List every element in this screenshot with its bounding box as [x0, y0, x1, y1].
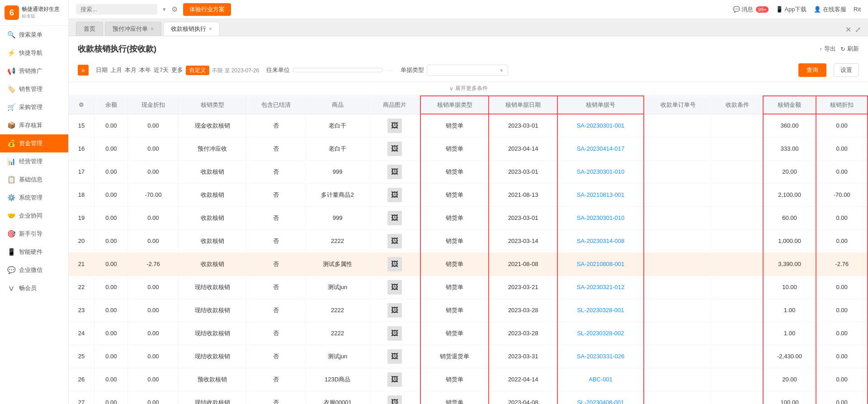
sidebar-item-sys-mgmt[interactable]: ⚙️系统管理	[0, 189, 68, 207]
verify-bill-no-link[interactable]: SA-20230301-001	[577, 122, 625, 129]
tab-receipt-close[interactable]: ×	[209, 26, 212, 32]
cell-verify-discount: 0.00	[816, 160, 868, 183]
app-download-link[interactable]: 📱 App下载	[776, 5, 807, 14]
sidebar-item-sales-mgmt[interactable]: 🏷️销售管理	[0, 80, 68, 98]
message-link[interactable]: 💬 消息 99+	[733, 5, 769, 14]
cell-verify-bill-type: 销货单	[420, 322, 489, 345]
cell-verify-bill-type: 销货单	[420, 137, 489, 160]
sidebar-item-search-menu[interactable]: 🔍搜索菜单	[0, 26, 68, 44]
cell-verify-amount: 60.00	[763, 206, 816, 229]
filter-dots: ···	[386, 67, 393, 74]
cell-balance: 0.00	[94, 345, 128, 368]
verify-bill-no-link[interactable]: SA-20210808-001	[577, 261, 625, 267]
settings-icon[interactable]: ⚙	[79, 101, 84, 108]
cell-verify-bill-no[interactable]: ABC-001	[557, 368, 644, 391]
expand-more-bar[interactable]: ∨ 展开更多条件	[69, 82, 868, 95]
tab-prepay-close[interactable]: ×	[151, 26, 154, 32]
tab-prepay[interactable]: 预付冲应付单 ×	[105, 22, 161, 36]
cell-verify-bill-no[interactable]: SA-20230301-010	[557, 206, 644, 229]
tab-receipt[interactable]: 收款核销执行 ×	[163, 22, 220, 36]
cell-verify-bill-no[interactable]: SA-20230414-017	[557, 137, 644, 160]
cell-verify-bill-no[interactable]: SA-20210808-001	[557, 252, 644, 276]
topbar-search-input[interactable]	[76, 4, 157, 14]
cell-verify-bill-no[interactable]: SA-20230301-010	[557, 160, 644, 183]
cell-balance: 0.00	[94, 391, 128, 404]
page-header: 收款核销执行(按收款) ↑ 导出 ↻ 刷新	[69, 36, 868, 59]
cell-verify-discount: 0.00	[816, 276, 868, 299]
sidebar-item-purchase-mgmt[interactable]: 🛒采购管理	[0, 98, 68, 116]
sidebar-item-quick-nav[interactable]: ⚡快捷导航	[0, 44, 68, 62]
cell-verify-bill-no[interactable]: SA-20210813-001	[557, 183, 644, 206]
verify-bill-no-link[interactable]: ABC-001	[589, 376, 613, 383]
cell-receipt-condition	[712, 137, 763, 160]
filter-counterpart-input[interactable]	[292, 68, 383, 72]
col-header-product-image: 商品图片	[369, 96, 420, 114]
verify-bill-no-link[interactable]: SA-20230301-010	[577, 214, 625, 221]
filter-date-this-month[interactable]: 本月	[125, 66, 137, 74]
verify-bill-no-link[interactable]: SL-20230408-001	[577, 399, 624, 404]
verify-bill-no-link[interactable]: SA-20210813-001	[577, 191, 625, 198]
cell-product-image: 🖼	[369, 114, 420, 137]
cell-verify-bill-date: 2021-08-08	[489, 252, 557, 276]
verify-bill-no-link[interactable]: SL-20230328-002	[577, 330, 624, 337]
sidebar-item-basic-info[interactable]: 📋基础信息	[0, 171, 68, 189]
cell-verify-bill-no[interactable]: SL-20230328-002	[557, 322, 644, 345]
cell-verify-bill-no[interactable]: SA-20230331-026	[557, 345, 644, 368]
cell-product: 测试jun	[306, 345, 370, 368]
cell-verify-bill-date: 2023-03-28	[489, 299, 557, 322]
tab-close-btn[interactable]: ✕	[845, 25, 851, 34]
sidebar-item-newbie[interactable]: 🎯新手引导	[0, 225, 68, 243]
filter-date-more[interactable]: 更多	[171, 66, 183, 74]
cell-verify-discount: 0.00	[816, 322, 868, 345]
cell-verify-bill-no[interactable]: SA-20230321-012	[557, 276, 644, 299]
filter-expand-button[interactable]: »	[78, 65, 89, 76]
verify-bill-no-link[interactable]: SA-20230314-008	[577, 238, 625, 244]
cell-verify-bill-no[interactable]: SA-20230301-001	[557, 114, 644, 137]
cell-verify-type: 收款核销	[179, 206, 246, 229]
cell-id: 15	[69, 114, 94, 137]
filter-date-7days[interactable]: 近7天	[154, 66, 169, 74]
setting-button[interactable]: 设置	[834, 63, 859, 77]
cell-receipt-condition	[712, 114, 763, 137]
sidebar-item-marketing[interactable]: 📢营销推广	[0, 62, 68, 80]
filter-bill-type-select[interactable]: ▾	[427, 65, 508, 76]
cell-product-image: 🖼	[369, 252, 420, 276]
cell-id: 26	[69, 368, 94, 391]
filter-date-last-month[interactable]: 上月	[110, 66, 122, 74]
filter-date-this-year[interactable]: 本年	[139, 66, 151, 74]
sidebar-item-ops-mgmt[interactable]: 📊经营管理	[0, 152, 68, 171]
topbar: ▾ ⚙ 体验行业方案 💬 消息 99+ 📱 App下载 👤 在线客服 Rit	[69, 0, 868, 19]
cell-verify-bill-no[interactable]: SA-20230314-008	[557, 229, 644, 252]
gear-icon[interactable]: ⚙	[171, 5, 178, 14]
sidebar-item-smart-hw[interactable]: 📱智能硬件	[0, 243, 68, 261]
cell-included-settled: 否	[246, 183, 306, 206]
refresh-button[interactable]: ↻ 刷新	[840, 45, 859, 53]
table-container[interactable]: ⚙ 余额 现金折扣 核销类型 包含已结清 商品 商品图片 核销单据类型 核销单据…	[69, 95, 868, 404]
online-service-link[interactable]: 👤 在线客服	[814, 5, 846, 14]
verify-bill-no-link[interactable]: SL-20230328-001	[577, 307, 624, 314]
cell-verify-bill-no[interactable]: SL-20230408-001	[557, 391, 644, 404]
sidebar-item-corp-wechat[interactable]: 💬企业微信	[0, 261, 68, 279]
cell-included-settled: 否	[246, 345, 306, 368]
verify-bill-no-link[interactable]: SA-20230414-017	[577, 145, 625, 152]
filter-custom-button[interactable]: 自定义	[186, 66, 209, 75]
cell-verify-type: 预收款核销	[179, 368, 246, 391]
solution-button[interactable]: 体验行业方案	[183, 3, 231, 16]
tab-expand-btn[interactable]: ⤢	[855, 25, 861, 34]
export-button[interactable]: ↑ 导出	[820, 45, 836, 53]
col-header-settings[interactable]: ⚙	[69, 96, 94, 114]
user-name[interactable]: Rit	[854, 6, 861, 13]
verify-bill-no-link[interactable]: SA-20230321-012	[577, 284, 625, 290]
cell-verify-bill-no[interactable]: SL-20230328-001	[557, 299, 644, 322]
sidebar-item-inventory[interactable]: 📦库存核算	[0, 116, 68, 134]
topbar-dropdown[interactable]: ▾	[163, 6, 166, 13]
sidebar-item-fund-mgmt[interactable]: 💰资金管理	[0, 134, 68, 152]
cell-receipt-condition	[712, 252, 763, 276]
verify-bill-no-link[interactable]: SA-20230301-010	[577, 168, 625, 175]
verify-bill-no-link[interactable]: SA-20230331-026	[577, 353, 625, 360]
sidebar-item-vip[interactable]: V畅会员	[0, 279, 68, 297]
tab-home[interactable]: 首页	[76, 22, 103, 36]
query-button[interactable]: 查询	[798, 63, 826, 77]
sidebar-item-corp-collab[interactable]: 🤝企业协同	[0, 207, 68, 225]
cell-receipt-order-no	[644, 345, 712, 368]
